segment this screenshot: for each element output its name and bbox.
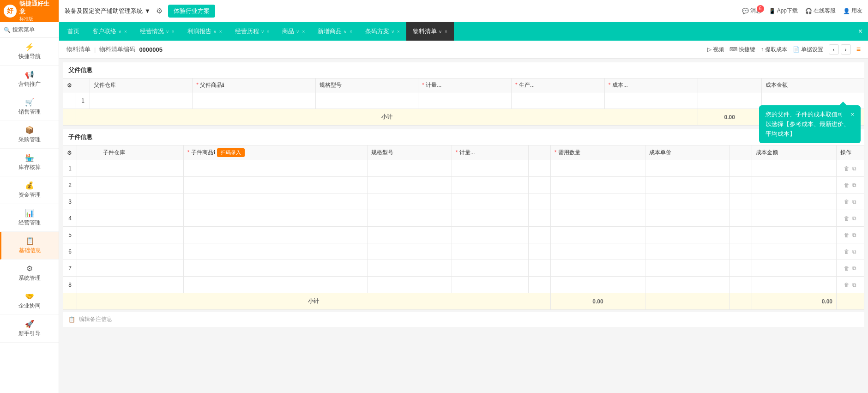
child-row7-c6[interactable] <box>528 260 550 277</box>
tooltip-close-button[interactable]: × <box>850 110 854 120</box>
child-row4-c6[interactable] <box>528 210 550 227</box>
child-row6-c5[interactable] <box>452 243 528 260</box>
tab-home[interactable]: 首页 <box>61 22 86 41</box>
copy-icon-6[interactable]: ⧉ <box>852 248 856 255</box>
child-row3-c8[interactable] <box>645 193 730 210</box>
delete-icon-5[interactable]: 🗑 <box>844 232 850 238</box>
tab-close-8[interactable]: × <box>445 29 447 34</box>
child-row1-c1[interactable] <box>77 160 99 177</box>
child-row3-c2[interactable] <box>99 193 183 210</box>
child-row6-c8[interactable] <box>645 243 730 260</box>
sidebar-item-qiye[interactable]: 🤝 企业协同 <box>0 287 59 315</box>
parent-row1-cost[interactable] <box>604 92 698 109</box>
child-row8-c5[interactable] <box>452 277 528 293</box>
tab-close-6[interactable]: × <box>350 29 352 34</box>
child-row8-c1[interactable] <box>77 277 99 293</box>
child-row4-c2[interactable] <box>99 210 183 227</box>
child-row8-c2[interactable] <box>99 277 183 293</box>
parent-col-settings[interactable]: ⚙ <box>63 79 76 92</box>
child-row7-c3[interactable] <box>183 260 367 277</box>
child-row1-c7[interactable] <box>550 160 645 177</box>
system-selector[interactable]: 装备及固定资产辅助管理系统 ▼ <box>65 7 151 15</box>
pagination-prev-btn[interactable]: ‹ <box>829 44 839 54</box>
child-row6-c7[interactable] <box>550 243 645 260</box>
child-row7-c5[interactable] <box>452 260 528 277</box>
service-button[interactable]: 🎧 在线客服 <box>805 7 836 15</box>
child-row5-c9[interactable] <box>730 227 752 243</box>
child-row8-c3[interactable] <box>183 277 367 293</box>
child-row3-c4[interactable] <box>367 193 452 210</box>
child-row5-c7[interactable] <box>550 227 645 243</box>
tab-close-7[interactable]: × <box>397 29 400 34</box>
child-row2-c4[interactable] <box>367 177 452 193</box>
delete-icon-3[interactable]: 🗑 <box>844 199 850 205</box>
sidebar-item-zijin[interactable]: 💰 资金管理 <box>0 176 59 204</box>
close-all-tabs[interactable]: × <box>855 27 866 36</box>
child-row6-c4[interactable] <box>367 243 452 260</box>
child-row4-c4[interactable] <box>367 210 452 227</box>
sidebar-item-yingxiao[interactable]: 📢 营销推广 <box>0 66 59 93</box>
child-row7-c4[interactable] <box>367 260 452 277</box>
child-row2-c6[interactable] <box>528 177 550 193</box>
sidebar-item-kuaijie[interactable]: ⚡ 快捷导航 <box>0 38 59 66</box>
child-row3-c5[interactable] <box>452 193 528 210</box>
child-row5-c4[interactable] <box>367 227 452 243</box>
child-row1-c9[interactable] <box>730 160 752 177</box>
copy-icon-8[interactable]: ⧉ <box>852 282 856 288</box>
tab-products[interactable]: 商品 ∨ × <box>276 22 311 41</box>
child-col-settings[interactable]: ⚙ <box>63 145 77 160</box>
child-row2-c1[interactable] <box>77 177 99 193</box>
sidebar-item-jingying[interactable]: 📊 经营管理 <box>0 204 59 232</box>
child-row6-c9[interactable] <box>730 243 752 260</box>
child-row3-c6[interactable] <box>528 193 550 210</box>
parent-row1-product[interactable] <box>193 92 316 109</box>
child-row6-c10[interactable] <box>752 243 836 260</box>
child-row4-c3[interactable] <box>183 210 367 227</box>
grid-view-button[interactable]: ≡ <box>856 45 861 54</box>
child-row1-c5[interactable] <box>452 160 528 177</box>
child-row1-c6[interactable] <box>528 160 550 177</box>
message-button[interactable]: 💬 消息 6 <box>742 7 761 15</box>
child-row5-c3[interactable] <box>183 227 367 243</box>
tab-barcode[interactable]: 条码方案 ∨ × <box>359 22 406 41</box>
child-row3-c3[interactable] <box>183 193 367 210</box>
child-row8-c9[interactable] <box>730 277 752 293</box>
child-row3-c7[interactable] <box>550 193 645 210</box>
child-row6-c3[interactable] <box>183 243 367 260</box>
child-row7-c8[interactable] <box>645 260 730 277</box>
shortcut-button[interactable]: ⌨ 快捷键 <box>729 46 755 54</box>
child-row5-c1[interactable] <box>77 227 99 243</box>
child-row4-c5[interactable] <box>452 210 528 227</box>
settings-icon[interactable]: ⚙ <box>154 5 164 17</box>
child-row4-c9[interactable] <box>730 210 752 227</box>
remarks-text[interactable]: 编辑备注信息 <box>79 315 112 323</box>
child-row8-c4[interactable] <box>367 277 452 293</box>
sidebar-item-xitong[interactable]: ⚙ 系统管理 <box>0 260 59 287</box>
delete-icon-7[interactable]: 🗑 <box>844 265 850 272</box>
sidebar-search[interactable]: 🔍 搜索菜单 <box>0 22 59 38</box>
single-settings-button[interactable]: 📄 单据设置 <box>793 46 823 54</box>
child-row4-c1[interactable] <box>77 210 99 227</box>
child-row5-c6[interactable] <box>528 227 550 243</box>
child-row8-c6[interactable] <box>528 277 550 293</box>
breadcrumb-bom[interactable]: 物料清单 <box>66 45 90 54</box>
delete-icon-4[interactable]: 🗑 <box>844 215 850 222</box>
tab-close-4[interactable]: × <box>267 29 270 34</box>
delete-icon-1[interactable]: 🗑 <box>844 165 850 172</box>
child-row2-c7[interactable] <box>550 177 645 193</box>
child-row3-c10[interactable] <box>752 193 836 210</box>
child-row2-c2[interactable] <box>99 177 183 193</box>
child-row1-c4[interactable] <box>367 160 452 177</box>
tab-new-product[interactable]: 新增商品 ∨ × <box>311 22 359 41</box>
parent-row1-warehouse[interactable] <box>90 92 193 109</box>
tab-close-5[interactable]: × <box>302 29 305 34</box>
child-row6-c2[interactable] <box>99 243 183 260</box>
child-row2-c8[interactable] <box>645 177 730 193</box>
user-menu[interactable]: 👤 用友 <box>843 7 862 15</box>
sidebar-item-xiaoshou[interactable]: 🛒 销售管理 <box>0 93 59 121</box>
tab-history[interactable]: 经营历程 ∨ × <box>229 22 276 41</box>
parent-row1-spec[interactable] <box>315 92 418 109</box>
child-row7-c9[interactable] <box>730 260 752 277</box>
parent-row1-produce[interactable] <box>512 92 605 109</box>
tab-customer[interactable]: 客户联络 ∨ × <box>86 22 133 41</box>
